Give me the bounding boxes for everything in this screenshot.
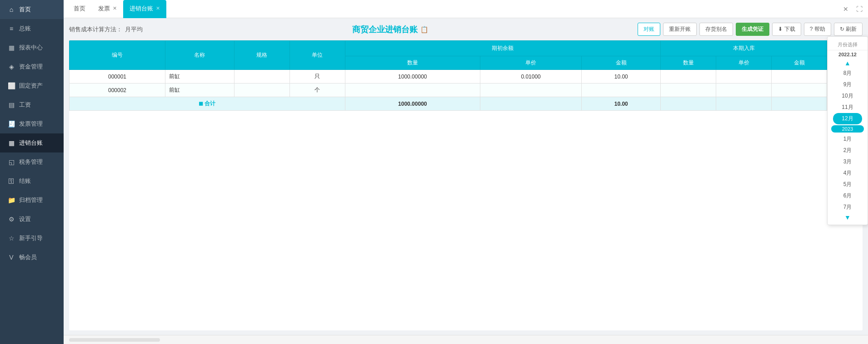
download-button[interactable]: ⬇ 下载: [772, 23, 801, 36]
total-label: ◼ 合计: [70, 97, 345, 111]
sidebar: ⌂ 首页 ≡ 总账 ▦ 报表中心 ◈ 资金管理 ⬜ 固定资产 ▤ 工资 🧾 发票…: [0, 0, 64, 344]
sidebar-item-ledger[interactable]: ≡ 总账: [0, 19, 64, 38]
table-row: 000001 前缸 只 1000.00000 0.01000 10.00: [70, 70, 863, 84]
sidebar-item-archive[interactable]: 📁 归档管理: [0, 191, 64, 210]
main-content: 首页 发票 ✕ 进销台账 ✕ ✕ ⛶ 销售成本计算方法： 月平均 商贸企业进销台…: [64, 0, 868, 344]
cost-method-label: 销售成本计算方法：: [69, 25, 122, 34]
sidebar-item-invoice-mgmt[interactable]: 🧾 发票管理: [0, 114, 64, 133]
month-2[interactable]: 2月: [828, 145, 868, 156]
reconcile-button[interactable]: 对账: [638, 23, 660, 36]
cell-spec: [234, 70, 289, 84]
col-sub-ob-amount: 金额: [582, 56, 661, 70]
tab-purchase-sales-close-icon[interactable]: ✕: [156, 5, 160, 11]
home-icon: ⌂: [7, 6, 15, 13]
col-sub-in-qty: 数量: [661, 56, 716, 70]
reopen-button[interactable]: 重新开账: [663, 23, 697, 36]
guide-icon: ☆: [7, 235, 15, 242]
sidebar-item-tax[interactable]: ◱ 税务管理: [0, 152, 64, 172]
cell-unit: 个: [289, 84, 345, 97]
month-7[interactable]: 7月: [828, 201, 868, 213]
cell-unit: 只: [289, 70, 345, 84]
month-panel-title: 月份选择: [828, 39, 868, 50]
month-12[interactable]: 12月: [833, 113, 862, 124]
tab-invoice[interactable]: 发票 ✕: [92, 0, 123, 18]
title-note-icon: 📋: [420, 26, 428, 33]
month-4[interactable]: 4月: [828, 167, 868, 179]
help-button[interactable]: ? 帮助: [804, 23, 831, 36]
total-in-amount: [772, 97, 827, 111]
total-in-unit-price: [716, 97, 772, 111]
funds-icon: ◈: [7, 63, 15, 70]
sidebar-item-member[interactable]: V 畅会员: [0, 248, 64, 267]
col-header-current-in: 本期入库: [661, 41, 827, 56]
archive-icon: 📁: [7, 197, 15, 204]
col-header-opening-balance: 期初余额: [345, 41, 661, 56]
cell-ob-qty: 1000.00000: [345, 70, 480, 84]
cell-ob-amount: 10.00: [582, 70, 661, 84]
purchase-sales-icon: ▦: [7, 139, 15, 147]
col-sub-ob-unit-price: 单价: [480, 56, 581, 70]
sidebar-item-salary[interactable]: ▤ 工资: [0, 95, 64, 114]
year-2023-label: 2023: [831, 125, 864, 133]
total-icon: ◼: [199, 100, 203, 107]
toolbar-actions: 对账 重新开账 存货别名 生成凭证 ⬇ 下载 ? 帮助 ↻ 刷新: [638, 23, 863, 36]
save-alias-button[interactable]: 存货别名: [699, 23, 733, 36]
generate-voucher-button[interactable]: 生成凭证: [736, 23, 769, 36]
page-title: 商贸企业进销台账 📋: [352, 24, 428, 35]
col-sub-in-unit-price: 单价: [716, 56, 772, 70]
sidebar-item-reports[interactable]: ▦ 报表中心: [0, 38, 64, 57]
status-bar: [64, 335, 868, 344]
toolbar: 销售成本计算方法： 月平均 商贸企业进销台账 📋 对账 重新开账 存货别名 生成…: [69, 23, 863, 36]
month-5[interactable]: 5月: [828, 179, 868, 190]
cell-ob-unit-price: [480, 84, 581, 97]
col-header-name: 名称: [165, 41, 234, 70]
download-icon: ⬇: [778, 26, 783, 32]
month-6[interactable]: 6月: [828, 190, 868, 201]
cell-ob-unit-price: 0.01000: [480, 70, 581, 84]
sidebar-item-guide[interactable]: ☆ 新手引导: [0, 229, 64, 248]
window-close-button[interactable]: ✕: [841, 4, 851, 14]
page-content: 销售成本计算方法： 月平均 商贸企业进销台账 📋 对账 重新开账 存货别名 生成…: [64, 18, 868, 335]
table-row: 000002 前缸 个: [70, 84, 863, 97]
cell-in-amount: [772, 84, 827, 97]
month-9[interactable]: 9月: [828, 79, 868, 90]
tab-home[interactable]: 首页: [67, 0, 92, 18]
window-maximize-button[interactable]: ⛶: [854, 4, 864, 14]
col-header-unit: 单位: [289, 41, 345, 70]
scrollbar[interactable]: [69, 338, 160, 342]
sidebar-item-purchase-sales[interactable]: ▦ 进销台账: [0, 133, 64, 152]
month-8[interactable]: 8月: [828, 68, 868, 79]
tab-purchase-sales[interactable]: 进销台账 ✕: [123, 0, 166, 18]
col-sub-in-amount: 金额: [772, 56, 827, 70]
cell-ob-amount: [582, 84, 661, 97]
cell-name: 前缸: [165, 84, 234, 97]
col-header-code: 编号: [70, 41, 165, 70]
cell-in-unit-price: [716, 84, 772, 97]
month-11[interactable]: 11月: [828, 102, 868, 113]
sidebar-item-home[interactable]: ⌂ 首页: [0, 0, 64, 19]
refresh-button[interactable]: ↻ 刷新: [834, 23, 863, 36]
month-scroll-down[interactable]: ▼: [828, 213, 868, 222]
member-icon: V: [7, 254, 15, 261]
sidebar-item-close[interactable]: ⚿ 结账: [0, 172, 64, 191]
tab-bar: 首页 发票 ✕ 进销台账 ✕ ✕ ⛶: [64, 0, 868, 18]
refresh-icon: ↻: [840, 26, 844, 32]
cell-spec: [234, 84, 289, 97]
assets-icon: ⬜: [7, 82, 15, 89]
cell-in-qty: [661, 84, 716, 97]
cell-code: 000002: [70, 84, 165, 97]
col-header-spec: 规格: [234, 41, 289, 70]
month-10[interactable]: 10月: [828, 90, 868, 102]
total-ob-unit-price: [480, 97, 581, 111]
month-3[interactable]: 3月: [828, 156, 868, 167]
cell-ob-qty: [345, 84, 480, 97]
cell-name: 前缸: [165, 70, 234, 84]
sidebar-item-funds[interactable]: ◈ 资金管理: [0, 57, 64, 76]
reports-icon: ▦: [7, 44, 15, 51]
tab-invoice-close-icon[interactable]: ✕: [113, 5, 117, 11]
sidebar-item-assets[interactable]: ⬜ 固定资产: [0, 76, 64, 95]
cell-in-unit-price: [716, 70, 772, 84]
month-scroll-up[interactable]: ▲: [828, 59, 868, 68]
month-1[interactable]: 1月: [828, 133, 868, 145]
sidebar-item-settings[interactable]: ⚙ 设置: [0, 210, 64, 229]
